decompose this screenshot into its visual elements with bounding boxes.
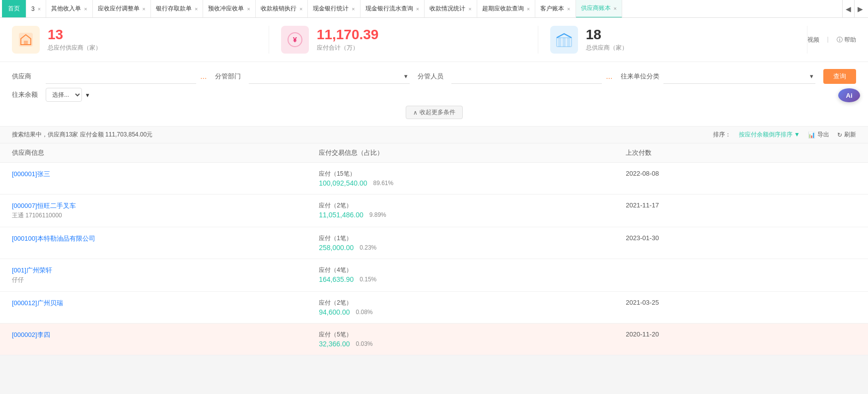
nav-tab-6[interactable]: 收款核销执行 × [256, 0, 308, 18]
supplier-link-0[interactable]: [000001]张三 [12, 170, 319, 179]
nav-tab-10[interactable]: 超期应收款查询 × [477, 0, 535, 18]
supplier-link-3[interactable]: [001]广州荣轩 [12, 266, 319, 275]
collapse-button[interactable]: ∧ 收起更多条件 [406, 106, 463, 119]
last-pay-1: 2021-11-17 [626, 201, 856, 209]
nav-tab-5[interactable]: 预收冲应收单 × [203, 0, 255, 18]
supplier-link-5[interactable]: [000002]李四 [12, 330, 319, 339]
person-input[interactable] [451, 69, 602, 84]
category-select[interactable]: ▾ [663, 69, 816, 84]
dept-select[interactable]: ▾ [249, 69, 410, 84]
tab-9-close[interactable]: × [468, 6, 471, 12]
tab-3-close[interactable]: × [143, 6, 145, 12]
nav-tab-9[interactable]: 收款情况统计 × [425, 0, 477, 18]
export-button[interactable]: 📊 导出 [808, 131, 829, 139]
supplier-link-4[interactable]: [000012]广州贝瑞 [12, 299, 319, 308]
last-pay-5: 2020-11-20 [626, 330, 856, 338]
tab-8-close[interactable]: × [416, 6, 419, 12]
table-header: 供应商信息 应付交易信息（占比） 上次付数 [0, 143, 868, 163]
tab-7-close[interactable]: × [352, 6, 355, 12]
video-action[interactable]: 视频 [807, 36, 819, 44]
nav-prev-button[interactable]: ◀ [842, 0, 854, 18]
top-nav: 首页 3 × 其他收入单 × 应收应付调整单 × 银行存取款单 × 预收冲应收单… [0, 0, 868, 18]
supplier-info-3: [001]广州荣轩 仔仔 [12, 266, 319, 284]
person-label: 分管人员 [418, 72, 447, 81]
tab-4-label: 银行存取款单 [156, 4, 192, 13]
search-button[interactable]: 查询 [823, 69, 856, 84]
stat-number-2: 11,170.39 [317, 28, 379, 42]
tab-12-close[interactable]: × [614, 5, 617, 11]
col-header-supplier: 供应商信息 [12, 148, 319, 157]
svg-rect-7 [567, 38, 570, 47]
ai-button[interactable]: Ai [838, 88, 860, 102]
stat-label-3: 总供应商（家） [586, 44, 628, 52]
supplier-contact-1: 王通 17106110000 [12, 211, 319, 220]
tab-11-close[interactable]: × [567, 6, 570, 12]
nav-tab-1[interactable]: 3 × [26, 0, 46, 18]
trans-amount-5[interactable]: 32,366.00 [319, 340, 350, 348]
nav-tab-11[interactable]: 客户账本 × [535, 0, 576, 18]
trans-label-0: 应付（15笔） [319, 170, 626, 178]
nav-tab-2[interactable]: 其他收入单 × [46, 0, 92, 18]
refresh-label: 刷新 [844, 131, 856, 139]
trans-row-2: 258,000.00 0.23% [319, 244, 626, 252]
trans-percent-2: 0.23% [360, 244, 376, 251]
table-row: [000007]恒旺二手叉车 王通 17106110000 应付（2笔） 11,… [0, 195, 868, 227]
nav-tab-8[interactable]: 现金银行流水查询 × [361, 0, 425, 18]
nav-tab-12[interactable]: 供应商账本 × [576, 0, 622, 18]
tab-1-close[interactable]: × [38, 6, 41, 12]
tab-10-close[interactable]: × [527, 6, 530, 12]
main-content: 13 总应付供应商（家） ¥ 11,170.39 应付合计（万） [0, 18, 868, 394]
nav-next-button[interactable]: ▶ [854, 0, 866, 18]
filter-item-balance: 往来余额 选择... ▾ [12, 88, 161, 102]
trans-amount-3[interactable]: 164,635.90 [319, 275, 354, 283]
transaction-info-3: 应付（4笔） 164,635.90 0.15% [319, 266, 626, 283]
payable-total-icon: ¥ [281, 26, 309, 54]
trans-row-5: 32,366.00 0.03% [319, 340, 626, 348]
nav-tab-home[interactable]: 首页 [2, 0, 26, 18]
nav-tab-7[interactable]: 现金银行统计 × [308, 0, 360, 18]
table-row: [001]广州荣轩 仔仔 应付（4笔） 164,635.90 0.15% [0, 259, 868, 292]
refresh-icon: ↻ [837, 131, 842, 138]
tab-11-label: 客户账本 [540, 4, 564, 13]
supplier-info-5: [000002]李四 [12, 330, 319, 340]
tab-6-close[interactable]: × [299, 6, 302, 12]
divider: | [827, 36, 829, 44]
nav-tab-3[interactable]: 应收应付调整单 × [93, 0, 151, 18]
sort-value[interactable]: 按应付余额倒序排序 ▼ [739, 131, 800, 139]
balance-select-wrapper: 选择... ▾ [46, 88, 89, 102]
tab-5-close[interactable]: × [247, 6, 250, 12]
filter-row-2: 往来余额 选择... ▾ [12, 88, 856, 102]
category-chevron-icon: ▾ [810, 72, 813, 80]
stat-content-1: 13 总应付供应商（家） [48, 28, 101, 52]
trans-amount-4[interactable]: 94,600.00 [319, 308, 350, 316]
balance-select[interactable]: 选择... [46, 88, 82, 102]
nav-tab-4[interactable]: 银行存取款单 × [151, 0, 203, 18]
tab-10-label: 超期应收款查询 [482, 4, 524, 13]
stats-bar: 13 总应付供应商（家） ¥ 11,170.39 应付合计（万） [0, 18, 868, 62]
stat-item-payable-total: ¥ 11,170.39 应付合计（万） [269, 26, 538, 54]
trans-amount-2[interactable]: 258,000.00 [319, 244, 354, 252]
stat-number-1: 13 [48, 28, 101, 42]
svg-rect-5 [558, 38, 561, 47]
filter-item-supplier: 供应商 ... [12, 69, 207, 84]
filter-item-person: 分管人员 ... [418, 69, 613, 84]
result-info: 搜索结果中，供应商13家 应付金额 111,703,854.00元 [12, 131, 152, 139]
help-action[interactable]: ⓘ 帮助 [837, 36, 856, 44]
refresh-button[interactable]: ↻ 刷新 [837, 131, 856, 139]
last-pay-0: 2022-08-08 [626, 170, 856, 177]
dept-chevron-icon: ▾ [404, 72, 408, 80]
filter-item-category: 往来单位分类 ▾ [621, 69, 816, 84]
trans-amount-0[interactable]: 100,092,540.00 [319, 179, 367, 187]
trans-amount-1[interactable]: 11,051,486.00 [319, 211, 363, 219]
stat-label-2: 应付合计（万） [317, 44, 379, 52]
supplier-link-1[interactable]: [000007]恒旺二手叉车 [12, 201, 319, 210]
table-row: [000100]本特勒油品有限公司 应付（1笔） 258,000.00 0.23… [0, 227, 868, 259]
person-dots-icon[interactable]: ... [606, 72, 612, 81]
supplier-dots-icon[interactable]: ... [200, 72, 207, 81]
tab-4-close[interactable]: × [195, 6, 198, 12]
supplier-info-1: [000007]恒旺二手叉车 王通 17106110000 [12, 201, 319, 220]
sort-label: 排序： [713, 131, 731, 139]
tab-2-close[interactable]: × [84, 6, 87, 12]
supplier-input[interactable] [46, 69, 196, 84]
supplier-link-2[interactable]: [000100]本特勒油品有限公司 [12, 234, 319, 243]
